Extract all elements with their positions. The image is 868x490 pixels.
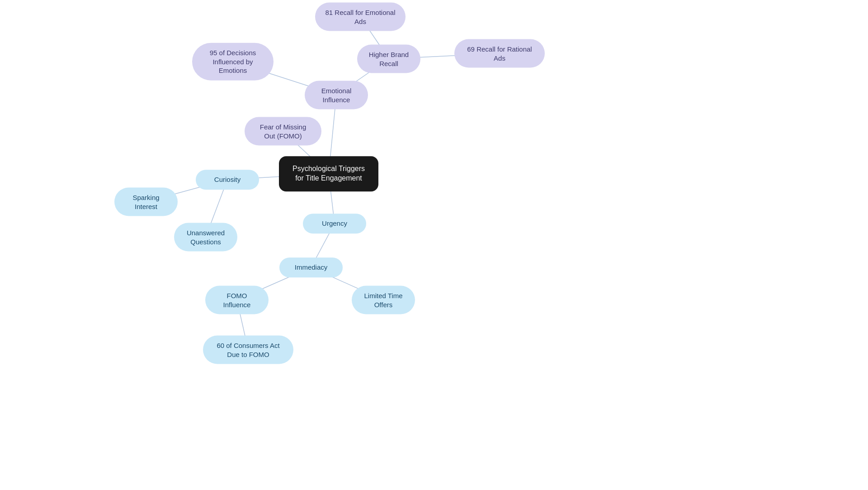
node-unanswered_questions[interactable]: Unanswered Questions xyxy=(174,223,237,252)
node-fomo[interactable]: Fear of Missing Out (FOMO) xyxy=(245,117,321,146)
node-sparking_interest[interactable]: Sparking Interest xyxy=(114,188,178,216)
node-higher_brand_recall[interactable]: Higher Brand Recall xyxy=(357,45,420,73)
node-decisions_emotions[interactable]: 95 of Decisions Influenced by Emotions xyxy=(192,43,274,81)
mindmap-container: Psychological Triggers for Title Engagem… xyxy=(0,0,868,490)
node-label-fomo: Fear of Missing Out (FOMO) xyxy=(254,123,312,140)
node-emotional_influence[interactable]: Emotional Influence xyxy=(305,81,368,109)
node-recall_emotional[interactable]: 81 Recall for Emotional Ads xyxy=(315,3,406,31)
node-fomo_influence[interactable]: FOMO Influence xyxy=(205,286,269,314)
node-label-higher_brand_recall: Higher Brand Recall xyxy=(366,50,411,68)
node-label-consumers_fomo: 60 of Consumers Act Due to FOMO xyxy=(212,341,284,359)
node-label-immediacy: Immediacy xyxy=(295,263,328,272)
node-immediacy[interactable]: Immediacy xyxy=(279,257,343,277)
node-label-emotional_influence: Emotional Influence xyxy=(314,86,359,104)
node-label-curiosity: Curiosity xyxy=(214,175,241,184)
node-recall_rational[interactable]: 69 Recall for Rational Ads xyxy=(454,39,545,68)
node-limited_time[interactable]: Limited Time Offers xyxy=(352,286,415,314)
node-label-urgency: Urgency xyxy=(322,219,347,228)
node-label-sparking_interest: Sparking Interest xyxy=(123,193,169,211)
node-label-unanswered_questions: Unanswered Questions xyxy=(183,228,228,246)
node-center[interactable]: Psychological Triggers for Title Engagem… xyxy=(279,156,378,191)
node-consumers_fomo[interactable]: 60 of Consumers Act Due to FOMO xyxy=(203,336,293,364)
node-urgency[interactable]: Urgency xyxy=(303,214,366,233)
node-label-limited_time: Limited Time Offers xyxy=(361,291,406,309)
node-curiosity[interactable]: Curiosity xyxy=(196,170,259,190)
node-label-decisions_emotions: 95 of Decisions Influenced by Emotions xyxy=(201,48,264,75)
connections-svg xyxy=(0,0,868,490)
node-label-center: Psychological Triggers for Title Engagem… xyxy=(292,164,366,183)
node-label-recall_emotional: 81 Recall for Emotional Ads xyxy=(324,8,396,26)
node-label-fomo_influence: FOMO Influence xyxy=(214,291,259,309)
node-label-recall_rational: 69 Recall for Rational Ads xyxy=(463,45,536,62)
